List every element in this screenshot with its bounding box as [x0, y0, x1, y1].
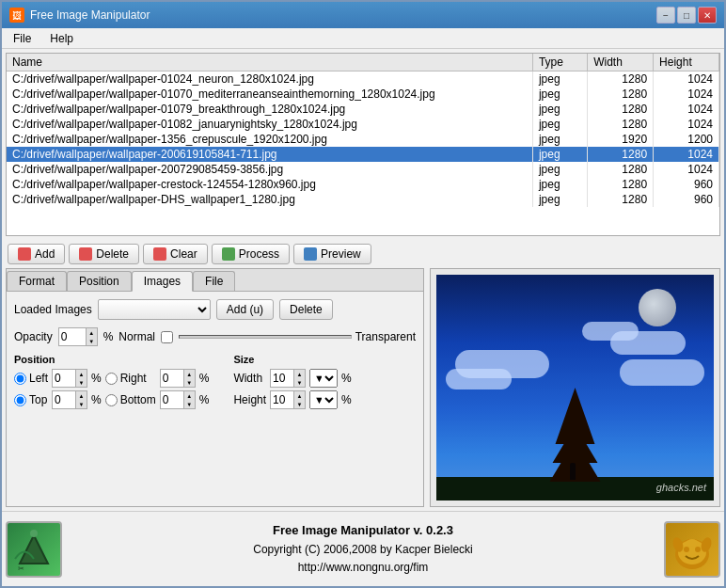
cell-type: jpeg [532, 117, 587, 132]
preview-icon [304, 247, 317, 261]
opacity-input[interactable] [59, 328, 86, 345]
cell-name: C:/drivef/wallpaper/wallpaper-1356_crepu… [7, 132, 532, 147]
cell-name: C:/drivef/wallpaper/wallpaper-DHS_wallpa… [7, 192, 532, 207]
cell-name: C:/drivef/wallpaper/wallpaper-2007290854… [7, 162, 532, 177]
transparent-label: Transparent [355, 330, 416, 343]
width-spinbox[interactable]: ▲ ▼ [270, 369, 306, 388]
height-up[interactable]: ▲ [293, 391, 305, 400]
right-spinbox-buttons: ▲ ▼ [183, 370, 195, 387]
clear-label: Clear [170, 247, 197, 261]
left-spinbox[interactable]: ▲ ▼ [52, 369, 87, 388]
opacity-slider[interactable] [179, 335, 352, 339]
bottom-up[interactable]: ▲ [183, 391, 195, 400]
table-row[interactable]: C:/drivef/wallpaper/wallpaper-2006191058… [7, 147, 719, 162]
file-table-container[interactable]: Name Type Width Height C:/drivef/wallpap… [6, 53, 720, 236]
top-down[interactable]: ▼ [75, 400, 87, 408]
top-up[interactable]: ▲ [75, 391, 87, 400]
top-radio[interactable] [14, 394, 26, 406]
cell-name: C:/drivef/wallpaper/wallpaper-crestock-1… [7, 177, 532, 192]
cell-type: jpeg [532, 192, 587, 207]
clear-button[interactable]: Clear [143, 244, 208, 264]
bottom-radio[interactable] [105, 394, 118, 406]
right-radio[interactable] [105, 373, 118, 385]
table-row[interactable]: C:/drivef/wallpaper/wallpaper-1356_crepu… [7, 132, 719, 147]
menu-help[interactable]: Help [42, 30, 81, 47]
maximize-button[interactable]: □ [677, 7, 696, 24]
preview-button[interactable]: Preview [293, 244, 371, 264]
cell-width: 1280 [588, 87, 654, 102]
opacity-down[interactable]: ▼ [86, 337, 97, 345]
width-up[interactable]: ▲ [293, 370, 305, 378]
minimize-button[interactable]: − [656, 7, 675, 24]
top-spinbox[interactable]: ▲ ▼ [52, 390, 87, 409]
loaded-images-dropdown[interactable] [98, 299, 211, 320]
right-input[interactable] [161, 370, 183, 387]
bottom-percent: % [199, 393, 210, 406]
left-radio-label: Left [14, 372, 48, 385]
content-area: Name Type Width Height C:/drivef/wallpap… [2, 49, 724, 586]
left-up[interactable]: ▲ [75, 370, 87, 378]
table-row[interactable]: C:/drivef/wallpaper/wallpaper-01079_brea… [7, 102, 719, 117]
bottom-spinbox[interactable]: ▲ ▼ [160, 390, 196, 409]
cell-type: jpeg [532, 87, 587, 102]
cell-height: 1024 [654, 117, 719, 132]
height-input[interactable] [271, 391, 293, 408]
normal-label: Normal [118, 330, 155, 343]
width-down[interactable]: ▼ [293, 378, 305, 387]
table-row[interactable]: C:/drivef/wallpaper/wallpaper-2007290854… [7, 162, 719, 177]
images-delete-button[interactable]: Delete [279, 299, 333, 320]
tab-file[interactable]: File [193, 271, 235, 291]
right-up[interactable]: ▲ [183, 370, 195, 378]
position-section: Position Left ▲ ▼ [14, 354, 209, 409]
toolbar: Add Delete Clear Process Preview [2, 240, 724, 268]
table-row[interactable]: C:/drivef/wallpaper/wallpaper-crestock-1… [7, 177, 719, 192]
opacity-up[interactable]: ▲ [86, 328, 97, 337]
process-button[interactable]: Process [212, 244, 290, 264]
add-u-button[interactable]: Add (u) [216, 299, 274, 320]
bottom-down[interactable]: ▼ [183, 400, 195, 408]
right-radio-label: Right [105, 372, 156, 385]
cell-type: jpeg [532, 132, 587, 147]
width-unit-dropdown[interactable]: ▼ [309, 369, 338, 388]
left-down[interactable]: ▼ [75, 378, 87, 387]
images-tab-content: Loaded Images Add (u) Delete Opacity [7, 292, 423, 506]
right-down[interactable]: ▼ [183, 378, 195, 387]
height-down[interactable]: ▼ [293, 400, 305, 408]
close-button[interactable]: ✕ [698, 7, 717, 24]
pos-size-row: Position Left ▲ ▼ [14, 354, 416, 409]
table-row[interactable]: C:/drivef/wallpaper/wallpaper-01082_janu… [7, 117, 719, 132]
title-bar: 🖼 Free Image Manipulator − □ ✕ [2, 2, 724, 28]
height-spinbox[interactable]: ▲ ▼ [270, 390, 306, 409]
size-header: Size [233, 354, 351, 365]
cell-type: jpeg [532, 102, 587, 117]
footer-url: http://www.nongnu.org/fim [70, 559, 656, 577]
tab-format[interactable]: Format [7, 271, 67, 291]
delete-button[interactable]: Delete [69, 244, 139, 264]
opacity-spinbox-buttons: ▲ ▼ [86, 328, 97, 345]
loaded-images-row: Loaded Images Add (u) Delete [14, 299, 416, 320]
left-spinbox-buttons: ▲ ▼ [75, 370, 87, 387]
cell-height: 1024 [654, 87, 719, 102]
tab-images[interactable]: Images [132, 271, 193, 292]
delete-icon [79, 247, 92, 261]
col-header-name: Name [7, 54, 532, 72]
table-row[interactable]: C:/drivef/wallpaper/wallpaper-DHS_wallpa… [7, 192, 719, 207]
left-panel: Format Position Images File Loaded Image… [6, 268, 424, 507]
left-input[interactable] [53, 370, 75, 387]
top-input[interactable] [53, 391, 75, 408]
bottom-input[interactable] [161, 391, 183, 408]
height-spinbox-buttons: ▲ ▼ [293, 391, 305, 408]
height-label: Height [233, 393, 266, 406]
height-unit-dropdown[interactable]: ▼ [309, 390, 338, 409]
left-radio[interactable] [14, 373, 26, 385]
right-spinbox[interactable]: ▲ ▼ [160, 369, 196, 388]
width-input[interactable] [271, 370, 293, 387]
normal-checkbox[interactable] [161, 331, 173, 343]
table-row[interactable]: C:/drivef/wallpaper/wallpaper-01024_neur… [7, 72, 719, 87]
footer-text: Free Image Manipulator v. 0.2.3 Copyrigh… [70, 521, 656, 577]
menu-file[interactable]: File [6, 30, 39, 47]
opacity-spinbox[interactable]: ▲ ▼ [58, 327, 98, 346]
table-row[interactable]: C:/drivef/wallpaper/wallpaper-01070_medi… [7, 87, 719, 102]
tab-position[interactable]: Position [67, 271, 132, 291]
add-button[interactable]: Add [8, 244, 65, 264]
